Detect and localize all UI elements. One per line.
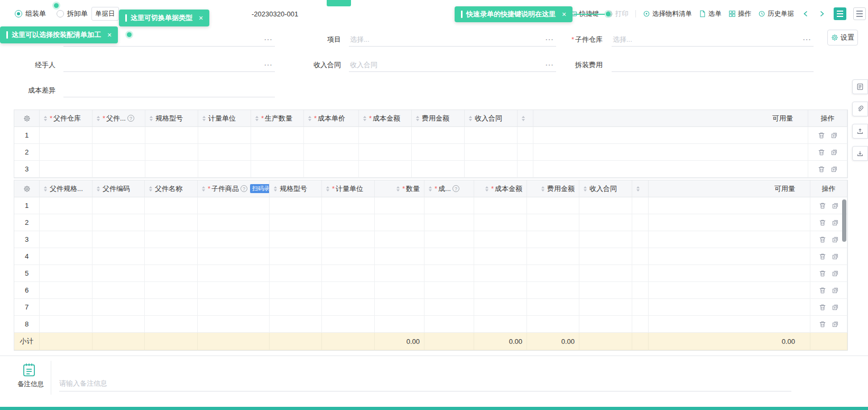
operations-button[interactable]: 操作	[728, 10, 751, 19]
sort-icon[interactable]	[326, 186, 329, 192]
col-header-unit[interactable]: *计量单位	[322, 180, 375, 197]
table-cell[interactable]	[527, 265, 579, 282]
table-cell[interactable]	[375, 265, 424, 282]
table-cell[interactable]	[465, 144, 518, 161]
doc-date-field[interactable]: 单据日	[91, 7, 119, 21]
sort-icon[interactable]	[255, 116, 258, 121]
table-cell[interactable]	[145, 197, 198, 214]
table-cell[interactable]	[93, 144, 145, 161]
table-cell[interactable]	[649, 316, 810, 333]
history-docs-button[interactable]: 历史单据	[758, 10, 794, 19]
table-cell[interactable]	[533, 161, 808, 178]
table-cell[interactable]	[579, 265, 632, 282]
table-cell[interactable]	[251, 161, 304, 178]
table-cell[interactable]	[527, 197, 579, 214]
table-cell[interactable]	[375, 197, 424, 214]
col-header-qty[interactable]: *数量	[375, 180, 424, 197]
table-cell[interactable]	[632, 248, 649, 265]
table-cell[interactable]	[649, 265, 810, 282]
table-cell[interactable]	[579, 214, 632, 231]
table-cell[interactable]	[632, 214, 649, 231]
copy-add-row-icon[interactable]	[832, 321, 839, 328]
table-cell[interactable]	[465, 127, 518, 144]
table-cell[interactable]	[649, 282, 810, 299]
table-cell[interactable]	[198, 231, 270, 248]
table-cell[interactable]	[474, 316, 527, 333]
table-cell[interactable]	[474, 299, 527, 316]
table-cell[interactable]	[424, 316, 474, 333]
settings-button[interactable]: 设置	[827, 30, 858, 45]
col-header-parent-spec[interactable]: 父件规格...	[40, 180, 93, 197]
copy-add-row-icon[interactable]	[830, 166, 838, 173]
col-header-income-contract[interactable]: 收入合同	[579, 180, 632, 197]
table-cell[interactable]	[40, 197, 93, 214]
copy-add-row-icon[interactable]	[832, 287, 839, 294]
table-cell[interactable]	[474, 282, 527, 299]
table-cell[interactable]	[474, 265, 527, 282]
table-cell[interactable]	[198, 144, 251, 161]
income-contract-input[interactable]	[349, 58, 556, 72]
table-cell[interactable]	[40, 161, 93, 178]
column-settings-gear-icon[interactable]	[23, 115, 31, 122]
col-header-fee-amount[interactable]: 费用金额	[412, 110, 465, 127]
table-cell[interactable]	[198, 197, 270, 214]
table-cell[interactable]	[93, 248, 145, 265]
sort-icon[interactable]	[149, 186, 152, 192]
more-button[interactable]: ⋯	[264, 59, 273, 71]
table-cell[interactable]	[632, 282, 649, 299]
table-cell[interactable]	[424, 231, 474, 248]
table-cell[interactable]	[359, 127, 412, 144]
side-tool-note[interactable]	[852, 79, 868, 94]
sort-icon[interactable]	[150, 116, 153, 121]
table-cell[interactable]	[527, 299, 579, 316]
table-cell[interactable]	[527, 316, 579, 333]
panel-view-button[interactable]	[853, 7, 866, 20]
table-cell[interactable]	[412, 127, 465, 144]
table-cell[interactable]	[412, 161, 465, 178]
sort-icon[interactable]	[522, 116, 525, 121]
sort-icon[interactable]	[416, 116, 419, 121]
table-cell[interactable]	[40, 316, 93, 333]
help-icon[interactable]: ?	[453, 185, 459, 192]
handler-input[interactable]	[63, 58, 275, 72]
copy-add-row-icon[interactable]	[830, 149, 838, 156]
table-cell[interactable]	[649, 214, 810, 231]
table-cell[interactable]	[93, 214, 145, 231]
table-cell[interactable]	[322, 197, 375, 214]
remarks-input[interactable]	[59, 376, 791, 391]
table-cell[interactable]	[322, 265, 375, 282]
sort-icon[interactable]	[396, 186, 400, 192]
column-settings-gear-icon[interactable]	[23, 185, 31, 193]
table-cell[interactable]	[40, 248, 93, 265]
delete-row-icon[interactable]	[819, 253, 826, 260]
table-cell[interactable]	[632, 299, 649, 316]
select-bom-button[interactable]: 选择物料清单	[643, 10, 692, 19]
table-cell[interactable]	[270, 214, 322, 231]
copy-add-row-icon[interactable]	[832, 304, 839, 311]
close-icon[interactable]: ×	[562, 10, 566, 19]
col-header-parent-warehouse[interactable]: *父件仓库	[40, 110, 93, 127]
copy-add-row-icon[interactable]	[832, 253, 839, 260]
table-cell[interactable]	[40, 231, 93, 248]
col-header-unit[interactable]: 计量单位	[198, 110, 251, 127]
sort-icon[interactable]	[97, 116, 100, 121]
table-cell[interactable]	[145, 144, 198, 161]
table-cell[interactable]	[424, 282, 474, 299]
table-cell[interactable]	[375, 299, 424, 316]
table-cell[interactable]	[375, 231, 424, 248]
table-cell[interactable]	[93, 127, 145, 144]
cost-diff-input[interactable]	[63, 84, 275, 97]
more-button[interactable]: ⋯	[545, 59, 554, 71]
table-cell[interactable]	[579, 231, 632, 248]
close-icon[interactable]: ×	[199, 14, 203, 22]
table-cell[interactable]	[40, 299, 93, 316]
table-cell[interactable]	[40, 265, 93, 282]
table-cell[interactable]	[198, 214, 270, 231]
table-cell[interactable]	[304, 127, 359, 144]
sort-icon[interactable]	[97, 186, 100, 192]
sort-icon[interactable]	[541, 186, 544, 192]
table-cell[interactable]	[270, 248, 322, 265]
table-cell[interactable]	[359, 161, 412, 178]
table-cell[interactable]	[474, 214, 527, 231]
table-cell[interactable]	[198, 127, 251, 144]
